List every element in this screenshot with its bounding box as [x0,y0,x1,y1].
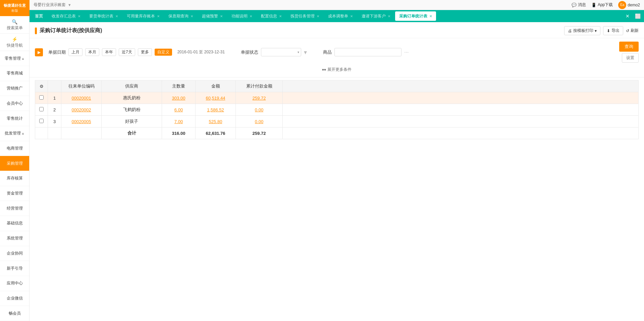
settings-button[interactable]: 设置 [622,53,639,63]
close-icon[interactable]: ✕ [191,14,193,18]
close-all-tabs-button[interactable]: ✕ [624,13,632,19]
row-qty[interactable]: 303.00 [162,92,196,104]
row-qty[interactable]: 7.00 [162,116,196,127]
settings-icon[interactable]: ⚙ [40,84,44,89]
goods-more-icon[interactable]: ··· [404,49,409,55]
sidebar-item-base-info[interactable]: 基础信息 [0,216,29,231]
row-code[interactable]: 00020005 [61,116,102,127]
tab-purchase-stats[interactable]: 采购订单统计表 ✕ [395,11,436,21]
close-icon[interactable]: ✕ [250,14,252,18]
goods-filter-label: 商品 [323,49,332,55]
tab-cost-adjust[interactable]: 成本调整单 ✕ [324,11,357,21]
page-header: 采购订单统计表(按供应商) 🖨 按模板打印 ▾ ⬇ 导出 ↺ 刷新 [30,22,644,38]
sidebar-item-system[interactable]: 系统管理 [0,231,29,246]
row-amount[interactable]: 60,519.44 [196,92,236,104]
sidebar-item-search[interactable]: 🔍 搜索菜单 [0,16,29,34]
sidebar-item-retail-stats[interactable]: 零售统计 [0,111,29,126]
message-button[interactable]: 💬 消息 [572,2,586,8]
sidebar-item-inventory[interactable]: 库存核算 [0,171,29,186]
row-supplier: 惠氏奶粉 [102,92,162,104]
row-paid[interactable]: 0.00 [236,116,283,127]
sidebar-item-retail-mall[interactable]: 零售商城 [0,66,29,81]
row-checkbox[interactable] [35,104,48,116]
status-select[interactable] [261,48,301,56]
sidebar-item-newbie[interactable]: 新手引导 [0,261,29,276]
close-icon[interactable]: ✕ [78,14,80,18]
chevron-right-icon: ▶ [38,50,41,55]
expand-more-button[interactable]: ▾▾ 展开更多条件 [318,65,356,74]
row-checkbox[interactable] [35,92,48,104]
printer-icon: 🖨 [568,29,572,33]
row-checkbox[interactable] [35,116,48,127]
table-row: 2 00020002 飞鹤奶粉 6.00 1,586.52 0.00 [35,104,639,116]
close-icon[interactable]: ✕ [157,14,160,18]
export-icon: ⬇ [607,29,610,33]
close-icon[interactable]: ✕ [317,14,319,18]
dropdown-arrow-icon[interactable]: ▾ [68,2,71,7]
query-button[interactable]: 查询 [619,42,639,52]
sidebar-item-quicknav[interactable]: ⚡ 快捷导航 [0,34,29,51]
app-download-button[interactable]: 📱 App下载 [591,2,613,8]
sidebar-item-operations[interactable]: 经营管理 [0,201,29,216]
tab-home[interactable]: 首页 [31,11,47,21]
sidebar-item-wholesale[interactable]: 批发管理 ▲ [0,126,29,141]
sidebar-item-retail-mgmt[interactable]: 零售管理 ▲ [0,51,29,66]
row-amount[interactable]: 525.80 [196,116,236,127]
sidebar-item-enterprise[interactable]: 企业协同 [0,246,29,261]
navtabs: 首页 收发存汇总表 ✕ 要货单统计表 ✕ 可用量库存账本 ✕ 保质期查询 ✕ 超… [30,10,644,22]
row-qty[interactable]: 6.00 [162,104,196,116]
topbar-right: 💬 消息 📱 App下载 Ea demo2 [572,1,640,9]
date-btn-more[interactable]: 更多 [138,48,152,56]
sidebar-item-member-center[interactable]: 会员中心 [0,96,29,111]
row-code[interactable]: 00020002 [61,104,102,116]
sidebar-item-member[interactable]: 畅会员 [0,306,29,321]
user-menu[interactable]: Ea demo2 [618,1,640,9]
close-icon[interactable]: ✕ [388,14,390,18]
close-icon[interactable]: ✕ [220,14,223,18]
sidebar-item-purchase[interactable]: 采购管理 [0,156,29,171]
table-area: ⚙ 往来单位编码 供应商 主数量 金额 累计付款金额 [30,77,644,321]
close-icon[interactable]: ✕ [429,14,432,18]
footer-empty1 [35,127,48,139]
date-btn-7days[interactable]: 近7天 [119,48,135,56]
sidebar-item-marketing[interactable]: 营销推广 [0,81,29,96]
goods-input[interactable] [334,48,401,56]
close-icon[interactable]: ✕ [115,14,118,18]
export-button[interactable]: ⬇ 导出 [603,26,623,35]
print-button[interactable]: 🖨 按模板打印 ▾ [564,26,600,35]
tab-overstock-warning[interactable]: 超储预警 ✕ [198,11,227,21]
tab-config-info[interactable]: 配置信息 ✕ [257,11,286,21]
goods-filter: 商品 ··· [323,48,409,56]
sidebar-item-ecommerce[interactable]: 电商管理 [0,141,29,156]
row-supplier: 好孩子 [102,116,162,127]
close-icon[interactable]: ✕ [279,14,282,18]
row-paid[interactable]: 0.00 [236,104,283,116]
tab-feature-desc[interactable]: 功能说明 ✕ [227,11,256,21]
tab-available-inventory[interactable]: 可用量库存账本 ✕ [123,11,164,21]
page-title-accent [35,28,37,34]
row-code[interactable]: 00020001 [61,92,102,104]
row-extra [283,92,639,104]
sidebar-item-app-center[interactable]: 应用中心 [0,276,29,291]
sidebar-item-wechat[interactable]: 企业微信 [0,291,29,306]
tab-order-stats[interactable]: 要货单统计表 ✕ [85,11,122,21]
tab-pick-task[interactable]: 拣货任务管理 ✕ [286,11,323,21]
tab-invite-downstream[interactable]: 邀请下游客户 ✕ [358,11,394,21]
date-custom-button[interactable]: 自定义 [155,49,172,56]
status-expand-icon[interactable]: ▾ [304,49,307,56]
tab-receive-send[interactable]: 收发存汇总表 ✕ [48,11,85,21]
row-paid[interactable]: 259.72 [236,92,283,104]
tab-expiry-query[interactable]: 保质期查询 ✕ [164,11,197,21]
date-btn-current-year[interactable]: 本年 [102,48,116,56]
filter-collapse-button[interactable]: ▶ [35,48,43,56]
maximize-button[interactable]: ⬜ [633,13,643,19]
avatar: Ea [618,1,626,9]
footer-extra [283,127,639,139]
date-btn-last-month[interactable]: 上月 [68,48,83,56]
supplier-col-header: 供应商 [102,81,162,92]
date-btn-current-month[interactable]: 本月 [85,48,99,56]
row-amount[interactable]: 1,586.52 [196,104,236,116]
sidebar-item-finance[interactable]: 资金管理 [0,186,29,201]
refresh-button[interactable]: ↺ 刷新 [626,28,639,34]
close-icon[interactable]: ✕ [350,14,353,18]
